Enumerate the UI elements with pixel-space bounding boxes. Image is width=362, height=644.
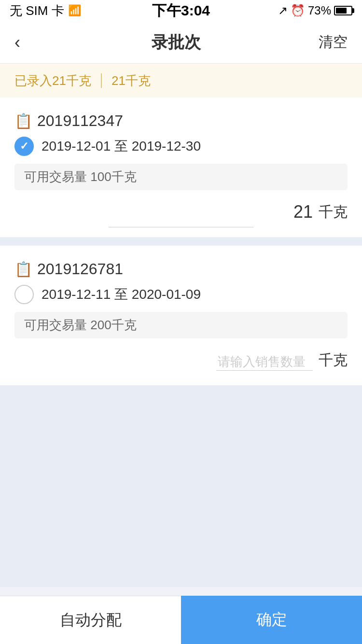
location-icon: ↗ — [278, 4, 288, 17]
batch2-id: 2019126781 — [37, 260, 123, 278]
bottom-buttons: 自动分配 确定 — [0, 596, 362, 644]
batch2-radio[interactable] — [14, 285, 34, 304]
status-bar: 无 SIM 卡 📶 下午3:04 ↗ ⏰ 73% — [0, 0, 362, 21]
batch1-id: 2019112347 — [37, 112, 123, 130]
batch1-date: 2019-12-01 至 2019-12-30 — [42, 137, 201, 155]
batch1-quantity-value: 21 — [293, 202, 313, 222]
batch2-unit: 千克 — [319, 350, 348, 370]
batch2-date: 2019-12-11 至 2020-01-09 — [42, 285, 201, 304]
batch2-card: 📋 2019126781 2019-12-11 至 2020-01-09 可用交… — [0, 246, 362, 385]
status-time: 下午3:04 — [152, 1, 210, 21]
battery-text: 73% — [308, 4, 331, 17]
battery-icon — [334, 6, 352, 15]
bottom-area — [0, 394, 362, 587]
page-title: 录批次 — [152, 31, 201, 54]
status-right: ↗ ⏰ 73% — [278, 4, 352, 17]
batch2-date-row: 2019-12-11 至 2020-01-09 — [14, 285, 348, 304]
batch1-available: 可用交易量 100千克 — [14, 164, 348, 190]
battery-fill — [336, 8, 347, 14]
batch2-quantity-row: 千克 — [14, 345, 348, 376]
section-divider-2 — [0, 385, 362, 394]
batch1-icon: 📋 — [14, 112, 32, 129]
confirm-button[interactable]: 确定 — [181, 596, 362, 644]
batch1-divider — [109, 227, 253, 227]
batch1-radio[interactable] — [14, 137, 34, 156]
status-left: 无 SIM 卡 📶 — [10, 2, 81, 19]
auto-distribute-button[interactable]: 自动分配 — [0, 596, 181, 644]
info-label: 已录入21千克 — [14, 72, 91, 89]
batch2-quantity-input[interactable] — [216, 350, 313, 371]
batch2-available: 可用交易量 200千克 — [14, 312, 348, 338]
alarm-icon: ⏰ — [291, 4, 305, 17]
info-value: 21千克 — [111, 72, 151, 89]
batch1-unit: 千克 — [319, 202, 348, 222]
batch2-icon: 📋 — [14, 261, 32, 278]
back-button[interactable]: ‹ — [14, 32, 43, 53]
batch1-header: 📋 2019112347 — [14, 112, 348, 130]
carrier-text: 无 SIM 卡 — [10, 2, 64, 19]
nav-bar: ‹ 录批次 清空 — [0, 21, 362, 64]
section-divider-1 — [0, 237, 362, 246]
batch1-date-row: 2019-12-01 至 2019-12-30 — [14, 137, 348, 156]
batch2-header: 📋 2019126781 — [14, 260, 348, 278]
wifi-icon: 📶 — [68, 4, 81, 17]
clear-button[interactable]: 清空 — [309, 32, 348, 52]
info-divider — [101, 73, 102, 88]
info-banner: 已录入21千克 21千克 — [0, 64, 362, 98]
batch1-card: 📋 2019112347 2019-12-01 至 2019-12-30 可用交… — [0, 98, 362, 237]
batch1-quantity-row: 21 千克 — [14, 197, 348, 227]
